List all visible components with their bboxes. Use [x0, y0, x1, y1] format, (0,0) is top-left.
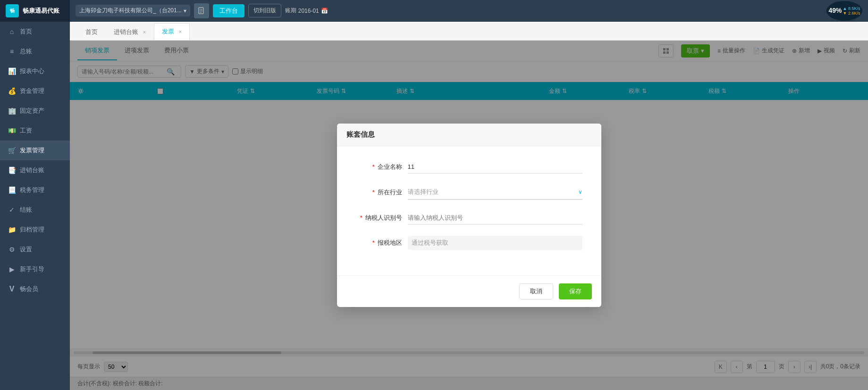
content-area: 销项发票 进项发票 费用小票 取票 ▾ ≡ [70, 41, 868, 390]
cancel-button[interactable]: 取消 [519, 283, 553, 299]
save-button[interactable]: 保存 [559, 283, 592, 299]
sidebar-item-label: 资金管理 [20, 87, 44, 95]
archive-icon: 📁 [8, 225, 16, 234]
tax-id-control [408, 211, 582, 224]
sidebar-item-capital[interactable]: 💰 资金管理 [0, 81, 70, 101]
tax-region-label: * 报税地区 [356, 239, 408, 247]
sidebar-item-label: 归档管理 [20, 225, 44, 234]
form-row-company-name: * 企业名称 [356, 160, 582, 174]
calendar-icon[interactable]: 📅 [321, 8, 328, 14]
tab-close-icon[interactable]: × [143, 29, 146, 35]
switch-old-button[interactable]: 切到旧版 [248, 4, 281, 17]
industry-select[interactable]: 请选择行业 ∨ [408, 185, 582, 199]
company-name-control [408, 160, 582, 174]
sidebar-logo: 畅 畅康通易代账 [0, 0, 70, 22]
fixed-assets-icon: 🏢 [8, 107, 16, 115]
sidebar-item-label: 进销台账 [20, 166, 44, 174]
settings-icon: ⚙ [8, 245, 16, 254]
tax-id-input[interactable] [408, 211, 582, 224]
invoice-icon: 🛒 [8, 146, 16, 155]
company-dropdown-icon: ▾ [184, 8, 186, 14]
tax-region-display: 通过税号获取 [408, 236, 582, 250]
sidebar-item-label: 结账 [20, 206, 32, 214]
sidebar-item-guide[interactable]: ▶ 新手引导 [0, 259, 70, 279]
topbar: 上海卯金刀电子科技有限公司_（台201... ▾ 工作台 切到旧版 账期 201… [70, 0, 868, 22]
sidebar-item-home[interactable]: ⌂ 首页 [0, 22, 70, 41]
sidebar-item-label: 新手引导 [20, 265, 44, 274]
period-display: 账期 2016-01 📅 [285, 7, 328, 15]
sidebar-item-purchase-sales[interactable]: 📑 进销台账 [0, 160, 70, 180]
form-row-tax-id: * 纳税人识别号 [356, 211, 582, 224]
sidebar: 畅 畅康通易代账 ⌂ 首页 ≡ 总账 📊 报表中心 💰 资金管理 🏢 固定资产 … [0, 0, 70, 390]
tax-icon: 📃 [8, 186, 16, 194]
logo-text: 畅康通易代账 [23, 7, 59, 15]
company-name: 上海卯金刀电子科技有限公司_（台201... [79, 7, 182, 15]
sidebar-item-vip[interactable]: V 畅会员 [0, 279, 70, 299]
dialog-title: 账套信息 [346, 130, 375, 138]
dialog-footer: 取消 保存 [337, 275, 601, 307]
sidebar-item-ledger[interactable]: ≡ 总账 [0, 41, 70, 61]
tab-home[interactable]: 首页 [77, 24, 106, 40]
sidebar-item-label: 设置 [20, 245, 32, 254]
home-icon: ⌂ [8, 27, 16, 36]
workbench-button[interactable]: 工作台 [213, 4, 244, 17]
tab-purchase-sales[interactable]: 进销台账 × [106, 24, 154, 40]
settlement-icon: ✓ [8, 206, 16, 214]
sidebar-item-label: 总账 [20, 47, 32, 56]
modal-overlay[interactable]: 账套信息 * 企业名称 [70, 41, 868, 390]
sidebar-item-reports[interactable]: 📊 报表中心 [0, 61, 70, 81]
sidebar-item-tax[interactable]: 📃 税务管理 [0, 180, 70, 200]
sidebar-item-label: 固定资产 [20, 107, 44, 115]
salary-icon: 💵 [8, 126, 16, 135]
tab-close-icon[interactable]: × [179, 29, 182, 34]
sidebar-item-label: 首页 [20, 27, 32, 36]
topbar-right: 49% ▲ 8.5K/s ▼ 2.6K/s [826, 1, 862, 21]
form-row-industry: * 所在行业 请选择行业 ∨ [356, 185, 582, 200]
sidebar-item-salary[interactable]: 💵 工资 [0, 121, 70, 141]
network-percent: 49% [829, 7, 842, 14]
tax-region-control: 通过税号获取 [408, 236, 582, 250]
tab-invoice[interactable]: 发票 × [154, 23, 190, 40]
industry-control: 请选择行业 ∨ [408, 185, 582, 200]
vip-icon: V [8, 285, 16, 293]
logo-icon: 畅 [6, 4, 19, 17]
speed-up: ▲ 8.5K/s [843, 6, 860, 11]
speed-down: ▼ 2.6K/s [843, 11, 860, 16]
company-name-input[interactable] [408, 160, 582, 174]
sidebar-item-fixed-assets[interactable]: 🏢 固定资产 [0, 101, 70, 121]
sidebar-item-label: 发票管理 [20, 146, 44, 155]
dialog-account-info: 账套信息 * 企业名称 [337, 124, 601, 307]
sidebar-item-invoice[interactable]: 🛒 发票管理 [0, 141, 70, 160]
guide-icon: ▶ [8, 265, 16, 274]
capital-icon: 💰 [8, 87, 16, 95]
sidebar-item-label: 税务管理 [20, 186, 44, 194]
sidebar-item-label: 畅会员 [20, 285, 38, 293]
sidebar-item-label: 报表中心 [20, 67, 44, 75]
sidebar-item-archive[interactable]: 📁 归档管理 [0, 220, 70, 240]
network-status: 49% ▲ 8.5K/s ▼ 2.6K/s [826, 1, 862, 21]
ledger-icon: ≡ [8, 47, 16, 56]
industry-label: * 所在行业 [356, 188, 408, 197]
company-name-label: * 企业名称 [356, 163, 408, 171]
industry-placeholder: 请选择行业 [408, 188, 438, 196]
sidebar-item-label: 工资 [20, 126, 32, 135]
dialog-header: 账套信息 [337, 124, 601, 146]
page-tabs: 首页 进销台账 × 发票 × [70, 22, 868, 41]
tax-id-label: * 纳税人识别号 [356, 214, 408, 222]
main-area: 上海卯金刀电子科技有限公司_（台201... ▾ 工作台 切到旧版 账期 201… [70, 0, 868, 390]
industry-chevron-icon: ∨ [578, 189, 582, 195]
doc-button[interactable] [194, 3, 209, 18]
reports-icon: 📊 [8, 67, 16, 75]
company-selector[interactable]: 上海卯金刀电子科技有限公司_（台201... ▾ [76, 5, 190, 17]
sidebar-item-settlement[interactable]: ✓ 结账 [0, 200, 70, 220]
sidebar-item-settings[interactable]: ⚙ 设置 [0, 240, 70, 259]
dialog-body: * 企业名称 * 所在行业 [337, 146, 601, 275]
purchase-sales-icon: 📑 [8, 166, 16, 174]
form-row-tax-region: * 报税地区 通过税号获取 [356, 236, 582, 250]
